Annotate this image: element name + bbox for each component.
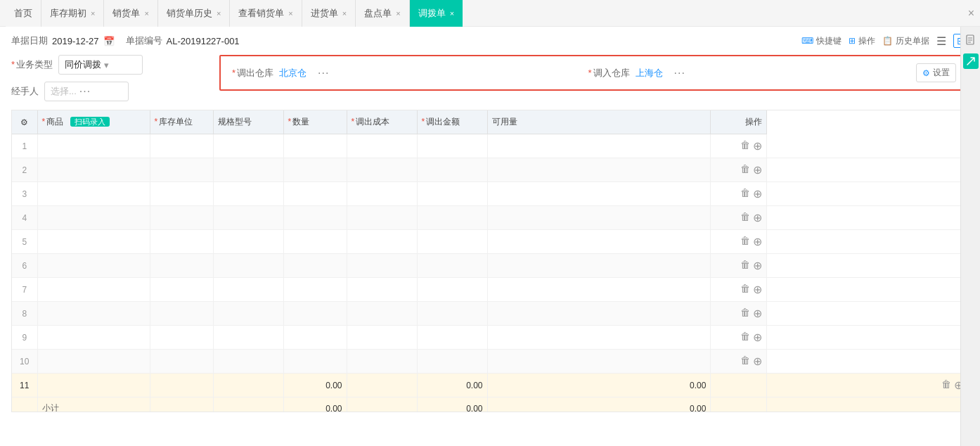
doc-number-value: AL-20191227-001 bbox=[167, 36, 240, 46]
close-sales-order-icon[interactable]: × bbox=[144, 9, 148, 18]
table-row: 4🗑⊕ bbox=[12, 206, 968, 230]
tab-view-sales[interactable]: 查看销货单 × bbox=[230, 0, 302, 27]
doc-info: 单据日期 2019-12-27 📅 单据编号 AL-20191227-001 bbox=[11, 34, 240, 47]
delete-icon[interactable]: 🗑 bbox=[740, 331, 750, 344]
delete-icon[interactable]: 🗑 bbox=[941, 378, 951, 392]
table-row: 6🗑⊕ bbox=[12, 254, 968, 278]
copy-icon[interactable]: ⊕ bbox=[753, 187, 762, 200]
copy-icon[interactable]: ⊕ bbox=[753, 307, 762, 320]
toolbar-actions: ⌨ 快捷键 ⊞ 操作 📋 历史单据 ☰ ⊞ bbox=[801, 34, 969, 48]
transfer-out-group: *调出仓库 北京仓 ··· bbox=[232, 67, 560, 79]
subtotal-cost: 0.00 bbox=[417, 374, 487, 397]
delete-icon[interactable]: 🗑 bbox=[740, 235, 750, 248]
tab-home[interactable]: 首页 bbox=[6, 0, 41, 27]
copy-icon[interactable]: ⊕ bbox=[753, 163, 762, 177]
transfer-in-group: *调入仓库 上海仓 ··· bbox=[588, 67, 917, 79]
gear-icon[interactable]: ⚙ bbox=[20, 117, 28, 127]
handler-more-icon[interactable]: ··· bbox=[79, 85, 91, 98]
delete-icon[interactable]: 🗑 bbox=[740, 163, 750, 177]
copy-icon[interactable]: ⊕ bbox=[753, 355, 762, 368]
right-panel bbox=[960, 27, 980, 446]
table-row: 5🗑⊕ bbox=[12, 230, 968, 254]
close-sales-history-icon[interactable]: × bbox=[217, 9, 221, 18]
business-type-dropdown[interactable]: 同价调拨 ▾ bbox=[58, 55, 143, 75]
operation-icon: ⊞ bbox=[849, 36, 856, 46]
tab-stocktake[interactable]: 盘点单 × bbox=[356, 0, 409, 27]
subtotal-label-row: 小计 0.00 0.00 0.00 bbox=[12, 397, 968, 413]
copy-icon[interactable]: ⊕ bbox=[753, 235, 762, 248]
subtotal-cost-total: 0.00 bbox=[417, 397, 487, 413]
handler-dropdown[interactable]: 选择... ··· bbox=[44, 82, 129, 101]
copy-icon[interactable]: ⊕ bbox=[753, 211, 762, 224]
business-type-field: *业务类型 同价调拨 ▾ bbox=[11, 55, 208, 75]
cost-column-header: *调出成本 bbox=[347, 110, 417, 134]
scan-entry-button[interactable]: 扫码录入 bbox=[70, 117, 110, 127]
table-row: 10🗑⊕ bbox=[12, 350, 968, 374]
transfer-out-value[interactable]: 北京仓 bbox=[279, 67, 307, 79]
settings-button[interactable]: ⚙ 设置 bbox=[916, 63, 956, 82]
transfer-table: ⚙ *商品 扫码录入 *库存单位 规格型号 *数量 bbox=[12, 110, 968, 412]
delete-icon[interactable]: 🗑 bbox=[740, 211, 750, 224]
table-row: 8🗑⊕ bbox=[12, 302, 968, 326]
delete-icon[interactable]: 🗑 bbox=[740, 355, 750, 368]
table-row: 7🗑⊕ bbox=[12, 278, 968, 302]
delete-icon[interactable]: 🗑 bbox=[740, 307, 750, 320]
doc-date-label: 单据日期 bbox=[11, 34, 48, 47]
close-view-sales-icon[interactable]: × bbox=[288, 9, 292, 18]
main-content: 单据日期 2019-12-27 📅 单据编号 AL-20191227-001 ⌨… bbox=[0, 27, 980, 419]
table-row: 3🗑⊕ bbox=[12, 182, 968, 206]
copy-icon[interactable]: ⊕ bbox=[753, 259, 762, 272]
table-row: 1🗑⊕ bbox=[12, 134, 968, 158]
table-row: 2🗑⊕ bbox=[12, 158, 968, 182]
settings-icon: ⚙ bbox=[922, 68, 930, 78]
ops-column-header: 操作 bbox=[711, 110, 767, 134]
table-header-row: ⚙ *商品 扫码录入 *库存单位 规格型号 *数量 bbox=[12, 110, 968, 134]
global-close-button[interactable]: × bbox=[968, 7, 974, 20]
delete-icon[interactable]: 🗑 bbox=[740, 259, 750, 272]
transfer-in-value[interactable]: 上海仓 bbox=[636, 67, 663, 79]
top-toolbar: 单据日期 2019-12-27 📅 单据编号 AL-20191227-001 ⌨… bbox=[11, 34, 969, 48]
delete-icon[interactable]: 🗑 bbox=[740, 187, 750, 200]
subtotal-amount-total: 0.00 bbox=[487, 397, 711, 413]
tab-transfer[interactable]: 调拨单 × bbox=[410, 0, 463, 27]
subtotal-qty-total: 0.00 bbox=[283, 397, 347, 413]
subtotal-row: 11 0.00 0.00 0.00 🗑⊕ bbox=[12, 374, 968, 397]
copy-icon[interactable]: ⊕ bbox=[753, 283, 762, 296]
transfer-in-more-icon[interactable]: ··· bbox=[674, 67, 685, 79]
subtotal-label: 小计 bbox=[37, 397, 150, 413]
spec-column-header: 规格型号 bbox=[213, 110, 283, 134]
right-panel-doc-button[interactable] bbox=[963, 32, 979, 48]
subtotal-amount: 0.00 bbox=[487, 374, 711, 397]
tab-sales-history[interactable]: 销货单历史 × bbox=[158, 0, 230, 27]
close-purchase-order-icon[interactable]: × bbox=[342, 9, 347, 18]
tab-inventory-init[interactable]: 库存期初 × bbox=[41, 0, 104, 27]
copy-icon[interactable]: ⊕ bbox=[753, 331, 762, 344]
delete-icon[interactable]: 🗑 bbox=[740, 139, 750, 153]
shortcut-button[interactable]: ⌨ 快捷键 bbox=[801, 35, 842, 47]
tab-bar: 首页 库存期初 × 销货单 × 销货单历史 × 查看销货单 × 进货单 × 盘点… bbox=[0, 0, 980, 27]
close-inventory-init-icon[interactable]: × bbox=[91, 9, 95, 18]
right-panel-export-button[interactable] bbox=[963, 53, 979, 69]
doc-date-field: 单据日期 2019-12-27 📅 bbox=[11, 34, 115, 47]
tab-sales-order[interactable]: 销货单 × bbox=[104, 0, 157, 27]
available-column-header: 可用量 bbox=[487, 110, 711, 134]
calendar-icon[interactable]: 📅 bbox=[103, 36, 115, 46]
qty-column-header: *数量 bbox=[283, 110, 347, 134]
transfer-out-more-icon[interactable]: ··· bbox=[318, 67, 329, 79]
history-button[interactable]: 📋 历史单据 bbox=[882, 35, 929, 47]
list-layout-button[interactable]: ☰ bbox=[936, 34, 946, 48]
gear-column-header[interactable]: ⚙ bbox=[12, 110, 37, 134]
operation-button[interactable]: ⊞ 操作 bbox=[849, 35, 875, 47]
tab-purchase-order[interactable]: 进货单 × bbox=[302, 0, 356, 27]
close-stocktake-icon[interactable]: × bbox=[396, 9, 400, 18]
copy-icon[interactable]: ⊕ bbox=[753, 139, 762, 153]
delete-icon[interactable]: 🗑 bbox=[740, 283, 750, 296]
table-container: ⚙ *商品 扫码录入 *库存单位 规格型号 *数量 bbox=[11, 110, 969, 412]
table-row: 9🗑⊕ bbox=[12, 326, 968, 350]
shortcut-icon: ⌨ bbox=[801, 36, 813, 46]
doc-date-value[interactable]: 2019-12-27 bbox=[52, 36, 99, 46]
handler-field: 经手人 选择... ··· bbox=[11, 82, 208, 101]
close-transfer-icon[interactable]: × bbox=[450, 9, 454, 18]
dropdown-arrow-icon: ▾ bbox=[104, 60, 109, 70]
amount-column-header: *调出金额 bbox=[417, 110, 487, 134]
